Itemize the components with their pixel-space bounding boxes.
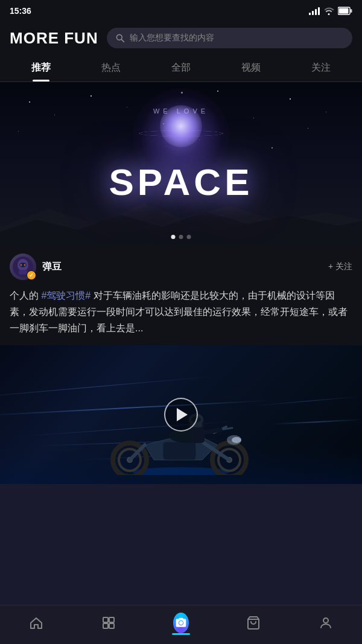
svg-rect-29 xyxy=(190,428,205,443)
camera-icon xyxy=(173,613,189,633)
banner-dots xyxy=(171,235,191,239)
app-title: MORE FUN xyxy=(10,29,98,48)
search-icon xyxy=(115,33,125,43)
dot-3 xyxy=(187,235,191,239)
svg-point-32 xyxy=(232,437,241,443)
play-button[interactable] xyxy=(164,398,198,432)
status-bar: 15:36 xyxy=(0,0,362,22)
svg-point-12 xyxy=(21,264,22,266)
battery-icon xyxy=(338,7,352,15)
cart-icon xyxy=(246,616,261,630)
hashtag[interactable]: #驾驶习惯# xyxy=(41,290,91,301)
video-thumbnail[interactable] xyxy=(0,345,362,484)
banner-title: SPACE xyxy=(109,161,253,203)
svg-line-30 xyxy=(202,430,220,433)
avatar-badge: ✓ xyxy=(27,270,36,280)
dot-1 xyxy=(171,235,176,239)
post-header: ✓ 弹豆 + 关注 xyxy=(10,253,352,280)
tab-all[interactable]: 全部 xyxy=(146,54,216,81)
post-text: 个人的 #驾驶习惯# 对于车辆油耗的影响还是比较大的，由于机械的设计等因素，发动… xyxy=(10,287,352,337)
nav-cart[interactable] xyxy=(217,605,290,644)
grid-icon xyxy=(101,616,116,630)
tab-recommend[interactable]: 推荐 xyxy=(6,54,76,81)
bottom-nav xyxy=(0,605,362,644)
nav-home[interactable] xyxy=(0,605,72,644)
svg-rect-34 xyxy=(109,617,114,622)
tab-hot[interactable]: 热点 xyxy=(76,54,146,81)
nav-profile[interactable] xyxy=(290,605,362,644)
svg-rect-21 xyxy=(163,442,196,460)
svg-line-4 xyxy=(121,39,124,42)
home-icon xyxy=(29,616,43,630)
svg-rect-1 xyxy=(339,8,349,14)
status-icons xyxy=(309,7,352,15)
svg-point-37 xyxy=(323,618,328,623)
follow-button[interactable]: + 关注 xyxy=(328,261,352,272)
avatar-wrap: ✓ xyxy=(10,253,36,280)
dot-2 xyxy=(179,235,183,239)
user-icon xyxy=(319,616,333,630)
search-bar[interactable]: 输入您想要查找的内容 xyxy=(107,28,352,48)
nav-active-bar xyxy=(172,633,190,635)
tab-video[interactable]: 视频 xyxy=(216,54,286,81)
signal-icon xyxy=(309,7,320,15)
wifi-icon xyxy=(323,7,334,15)
svg-rect-35 xyxy=(103,623,108,628)
banner: WE LOVE SPACE xyxy=(0,82,362,245)
svg-rect-33 xyxy=(103,617,108,622)
svg-rect-36 xyxy=(109,623,114,628)
status-time: 15:36 xyxy=(10,6,31,16)
post-card: ✓ 弹豆 + 关注 个人的 #驾驶习惯# 对于车辆油耗的影响还是比较大的，由于机… xyxy=(0,245,362,337)
svg-rect-9 xyxy=(19,270,27,275)
play-triangle-icon xyxy=(177,408,188,421)
tab-bar: 推荐 热点 全部 视频 关注 xyxy=(0,54,362,82)
nav-camera[interactable] xyxy=(145,605,217,644)
author-name: 弹豆 xyxy=(42,261,62,273)
header: MORE FUN 输入您想要查找的内容 xyxy=(0,22,362,54)
svg-point-13 xyxy=(24,264,26,266)
banner-subtitle: WE LOVE xyxy=(153,107,209,115)
content-area: ✓ 弹豆 + 关注 个人的 #驾驶习惯# 对于车辆油耗的影响还是比较大的，由于机… xyxy=(0,245,362,484)
svg-rect-2 xyxy=(351,9,352,13)
nav-categories[interactable] xyxy=(72,605,145,644)
moto-background xyxy=(0,345,362,484)
search-placeholder: 输入您想要查找的内容 xyxy=(130,33,214,43)
post-author: ✓ 弹豆 xyxy=(10,253,62,280)
tab-follow[interactable]: 关注 xyxy=(286,54,356,81)
